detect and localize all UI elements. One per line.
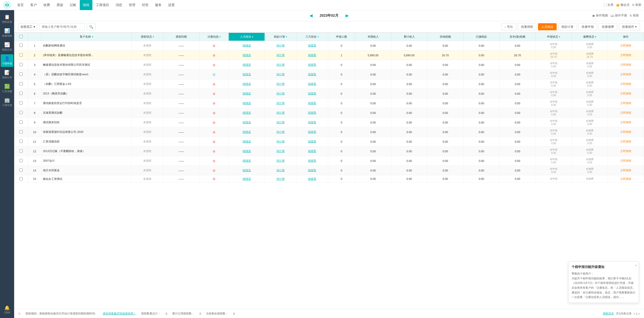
refresh-period-btn[interactable]: ↻ 刷新 [630, 13, 639, 18]
sidebar-item-personal-tax[interactable]: 👤 个税申报 [1, 54, 13, 67]
pay-status-filter-icon[interactable]: ▾ [595, 35, 596, 38]
tax-calc-link[interactable]: 待计算 [276, 102, 285, 105]
operation-manual-btn[interactable]: 📖 操作手册 [610, 13, 627, 18]
tax-calc-link[interactable]: 待计算 [276, 130, 285, 133]
action-btn[interactable]: 立即授权 [620, 169, 631, 172]
triparty-link[interactable]: 续签取 [308, 82, 316, 85]
triparty-link[interactable]: 续签取 [308, 159, 316, 162]
action-btn[interactable]: 立即授权 [620, 177, 631, 180]
tax-calc-link[interactable]: 待计算 [276, 159, 285, 162]
personnel-link[interactable]: 续报送 [243, 150, 251, 153]
personnel-link[interactable]: 续报送 [243, 82, 251, 85]
action-btn[interactable]: 立即授权 [620, 150, 631, 153]
tax-calc-link[interactable]: 待计算 [276, 92, 285, 95]
nav-operation[interactable]: 经营 [139, 0, 151, 10]
triparty-link[interactable]: 续签取 [308, 130, 316, 133]
row-checkbox[interactable] [19, 120, 23, 124]
tax-calc-link[interactable]: 待计算 [276, 111, 285, 114]
action-btn[interactable]: 立即授权 [620, 140, 631, 143]
report-status-filter-icon[interactable]: ▾ [559, 35, 560, 38]
sidebar-item-tax-overview[interactable]: 📈 报税总览 [1, 40, 13, 53]
triparty-link[interactable]: 续签取 [308, 73, 316, 76]
search-button[interactable]: 🔍 [87, 23, 96, 30]
sidebar-item-annual-settlement[interactable]: 💹 汇算清缴 [1, 82, 13, 95]
nav-business[interactable]: 工商项目 [93, 0, 112, 10]
auth-notice-link[interactable]: 请咨询客服尽快续授使用！ [103, 312, 136, 315]
nav-message[interactable]: 消息 [113, 0, 125, 10]
tax-calc-link[interactable]: 待计算 [276, 150, 285, 153]
tax-calc-link[interactable]: 待计算 [276, 63, 285, 66]
batch-actions-btn[interactable]: 批量操作 ▾ [619, 23, 640, 30]
personnel-link[interactable]: 续报送 [243, 159, 251, 162]
member-btn[interactable]: 👑 畅会员 [616, 3, 630, 7]
action-btn[interactable]: 立即授权 [620, 63, 631, 66]
row-checkbox[interactable] [19, 82, 23, 85]
action-btn[interactable]: 立即授权 [620, 44, 631, 47]
th-personnel[interactable]: 人员报送 ▾ [229, 33, 265, 41]
action-btn[interactable]: 立即授权 [620, 121, 631, 124]
personnel-link[interactable]: 续报送 [243, 54, 251, 57]
nav-manage[interactable]: 管理 [126, 0, 138, 10]
th-tax-calc[interactable]: 税款计算 ▾ [265, 33, 296, 41]
th-reg-info[interactable]: 注册信息 ▾ [199, 33, 228, 41]
row-checkbox[interactable] [19, 177, 23, 180]
row-checkbox[interactable] [19, 130, 23, 133]
row-checkbox[interactable] [19, 149, 23, 153]
batch-pay-btn[interactable]: 批量缴费 [599, 23, 617, 30]
triparty-link[interactable]: 续签取 [308, 169, 316, 172]
tax-calc-link[interactable]: 待计算 [276, 82, 285, 85]
sidebar-item-cani[interactable]: 🔔 CANI [1, 304, 13, 315]
tax-calc-link[interactable]: 待计算 [276, 140, 285, 143]
action-btn[interactable]: 立即授权 [620, 159, 631, 162]
action-btn[interactable]: 立即授权 [620, 92, 631, 95]
triparty-filter-icon[interactable]: ▾ [318, 35, 319, 38]
select-all-checkbox[interactable] [19, 35, 23, 38]
th-triparty[interactable]: 三方协议 ▾ [296, 33, 328, 41]
tax-calc-link[interactable]: 待计算 [276, 177, 285, 180]
personnel-link[interactable]: 续报送 [243, 92, 251, 95]
sidebar-item-tax-records[interactable]: 📝 报税记录 [1, 68, 13, 81]
triparty-link[interactable]: 续签取 [308, 92, 316, 95]
auth-status-filter-icon[interactable]: ▾ [153, 35, 154, 38]
triparty-link[interactable]: 续签取 [308, 177, 316, 180]
triparty-link[interactable]: 续签取 [308, 121, 316, 124]
personnel-link[interactable]: 续报送 [243, 177, 251, 180]
name-filter-icon[interactable]: ▾ [92, 35, 93, 38]
row-checkbox[interactable] [19, 92, 23, 95]
triparty-link[interactable]: 续签取 [308, 140, 316, 143]
refresh-top-btn[interactable]: ↻ 刷新 [632, 3, 641, 7]
personnel-link[interactable]: 续报送 [243, 44, 251, 47]
sidebar-item-business-annual[interactable]: 🏢 工商年报 [1, 96, 13, 109]
row-checkbox[interactable] [19, 44, 23, 47]
row-checkbox[interactable] [19, 111, 23, 114]
triparty-link[interactable]: 续签取 [308, 102, 316, 105]
nav-tax[interactable]: 报税 [80, 0, 92, 10]
th-pay-status[interactable]: 缴费状态 ▾ [572, 33, 608, 41]
row-checkbox[interactable] [19, 168, 23, 172]
tax-calc-btn[interactable]: 税款计算 [558, 23, 577, 30]
triparty-link[interactable]: 续签取 [308, 44, 316, 47]
export-btn[interactable]: ↓ 导出 [501, 23, 516, 30]
personnel-filter-icon[interactable]: ▾ [252, 35, 253, 38]
action-btn[interactable]: 立即授权 [620, 130, 631, 133]
personnel-link[interactable]: 续报送 [243, 73, 251, 76]
auth-history-link[interactable]: 授权历史 [603, 312, 614, 315]
search-input[interactable] [39, 23, 85, 30]
reg-info-filter-icon[interactable]: ▾ [219, 35, 221, 38]
tax-calc-link[interactable]: 待计算 [276, 44, 285, 47]
fullscreen-btn[interactable]: ⛶ 全屏 [604, 3, 613, 7]
employee-filter-select[interactable]: 全部员工 ▾ [18, 23, 37, 30]
row-checkbox[interactable] [19, 140, 23, 143]
row-checkbox[interactable] [19, 53, 23, 57]
row-checkbox[interactable] [19, 72, 23, 76]
triparty-link[interactable]: 续签取 [308, 54, 316, 57]
row-checkbox[interactable] [19, 101, 23, 105]
notification-close-btn[interactable]: × [635, 264, 637, 267]
th-report-status[interactable]: 申报状态 ▾ [535, 33, 572, 41]
tax-calc-link[interactable]: 待计算 [276, 54, 285, 57]
operation-video-btn[interactable]: ▶ 操作视频 [593, 13, 608, 18]
action-btn[interactable]: 立即授权 [620, 73, 631, 76]
tax-calc-link[interactable]: 待计算 [276, 169, 285, 172]
sidebar-item-batch-tax[interactable]: 📊 批量报税 [1, 27, 13, 39]
sidebar-item-tax-settings[interactable]: 📋 报税设置 [1, 13, 13, 25]
